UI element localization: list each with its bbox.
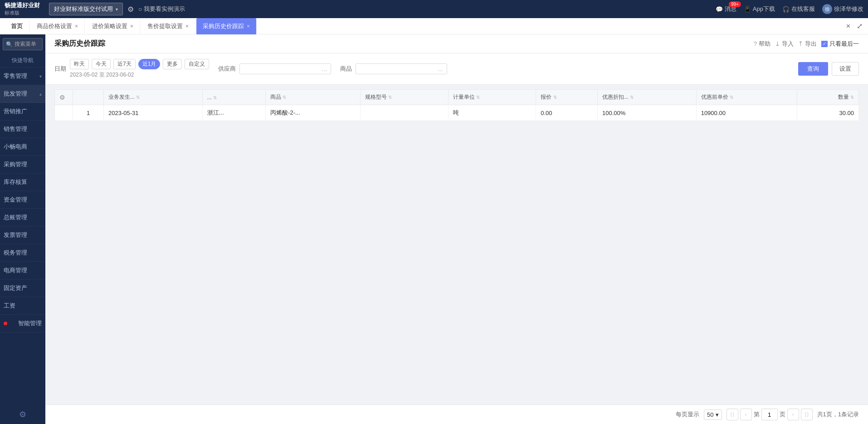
app-download-button[interactable]: 📱 App下载 (744, 5, 775, 13)
product-dots-icon[interactable]: ... (438, 65, 443, 72)
th-quote[interactable]: 报价 ⇅ (536, 90, 598, 105)
date-range-display: 2023-05-02 至 2023-06-02 (70, 71, 134, 79)
tab-sale-price[interactable]: 售价提取设置 × (141, 18, 195, 34)
topbar-settings-icon[interactable]: ⚙ (126, 3, 136, 15)
sidebar-item-wholesale[interactable]: 批发管理 ▴ (0, 85, 45, 103)
cell-more: 浙江... (202, 105, 265, 121)
online-service-button[interactable]: 🎧 在线客服 (782, 5, 815, 13)
export-button[interactable]: ⤒ 导出 (798, 40, 817, 48)
sidebar-item-ledger[interactable]: 总账管理 (0, 209, 45, 226)
import-button[interactable]: ⤓ 导入 (775, 40, 794, 48)
sidebar-item-retail[interactable]: 零售管理 ▾ (0, 67, 45, 85)
next-page-button[interactable]: › (787, 409, 799, 420)
per-page-select[interactable]: 50 ▾ (704, 410, 722, 420)
date-btn-7days[interactable]: 近7天 (113, 59, 136, 69)
th-unit[interactable]: 计量单位 ⇅ (448, 90, 536, 105)
sidebar-item-tax[interactable]: 税务管理 (0, 244, 45, 262)
sidebar-item-smart[interactable]: 智能管理 (0, 315, 45, 332)
tab-sale-price-label: 售价提取设置 (147, 22, 183, 30)
sidebar-item-marketing[interactable]: 营销推广 (0, 103, 45, 120)
supplier-filter-label: 供应商 (218, 65, 236, 73)
product-selector[interactable]: 好业财标准版交付试用 ▾ (49, 3, 123, 15)
sidebar-inventory-label: 库存核算 (4, 178, 27, 186)
messages-button[interactable]: 💬 消息 99+ (716, 5, 736, 13)
table-row[interactable]: 1 2023-05-31 浙江... 丙烯酸-2-... 吨 0.00 100.… (55, 105, 859, 121)
sidebar-item-salary[interactable]: 工资 (0, 297, 45, 315)
sidebar-settings-icon[interactable]: ⚙ (19, 410, 26, 419)
help-button[interactable]: ? 帮助 (754, 40, 770, 48)
user-menu[interactable]: 徐 徐泽华修改 (822, 4, 863, 14)
date-btn-1month[interactable]: 近1月 (138, 59, 161, 69)
sidebar-sales-label: 销售管理 (4, 125, 27, 133)
th-quantity[interactable]: 数量 ⇅ (797, 90, 859, 105)
date-btn-today[interactable]: 今天 (92, 59, 111, 69)
search-menu-input[interactable]: 🔍 搜索菜单 (3, 38, 43, 50)
sort-icon-more[interactable]: ⇅ (213, 95, 217, 100)
sort-icon-quote[interactable]: ⇅ (553, 95, 557, 100)
th-pre-discount-price-label: 优惠前单价 (701, 94, 728, 100)
sort-icon-business-date[interactable]: ⇅ (136, 95, 140, 100)
th-spec[interactable]: 规格型号 ⇅ (361, 90, 449, 105)
per-page-label: 每页显示 (676, 410, 699, 419)
cell-quote: 0.00 (536, 105, 598, 121)
sidebar-item-ecommerce-small[interactable]: 小畅电商 (0, 138, 45, 156)
sidebar-item-ecommerce[interactable]: 电商管理 (0, 262, 45, 279)
sort-icon-product[interactable]: ⇅ (283, 95, 286, 100)
only-last-checkbox[interactable] (821, 41, 828, 47)
supplier-input[interactable] (244, 66, 320, 72)
app-sub: 标准版 (5, 10, 20, 15)
date-btn-more[interactable]: 更多 (163, 59, 182, 69)
page-input[interactable] (761, 409, 778, 420)
sort-icon-discount-pct[interactable]: ⇅ (630, 95, 634, 100)
th-discount-pct-label: 优惠折扣... (602, 94, 629, 100)
sort-icon-unit[interactable]: ⇅ (476, 95, 480, 100)
sidebar-item-finance[interactable]: 资金管理 (0, 191, 45, 209)
tab-price-settings[interactable]: 商品价格设置 × (30, 18, 85, 34)
prev-page-button[interactable]: ‹ (740, 409, 752, 420)
tab-purchase-strategy[interactable]: 进价策略设置 × (86, 18, 140, 34)
product-input[interactable] (360, 66, 436, 72)
tab-history-price-label: 采购历史价跟踪 (203, 22, 244, 30)
table-gear-icon[interactable]: ⚙ (59, 94, 65, 101)
th-discount-pct[interactable]: 优惠折扣... ⇅ (597, 90, 696, 105)
sort-icon-pre-discount-price[interactable]: ⇅ (730, 95, 733, 100)
expand-window-icon[interactable]: ⤢ (855, 20, 864, 32)
th-product[interactable]: 商品 ⇅ (266, 90, 361, 105)
chevron-down-icon: ▾ (116, 7, 118, 12)
query-button[interactable]: 查询 (798, 62, 828, 76)
first-page-button[interactable]: ⟨⟨ (727, 409, 738, 420)
last-page-button[interactable]: ⟩⟩ (801, 409, 813, 420)
sort-icon-quantity[interactable]: ⇅ (850, 95, 854, 100)
tab-history-price[interactable]: 采购历史价跟踪 × (196, 18, 257, 34)
tab-purchase-strategy-close[interactable]: × (130, 23, 133, 29)
sidebar-item-fixed-assets[interactable]: 固定资产 (0, 279, 45, 297)
sidebar-item-sales[interactable]: 销售管理 (0, 120, 45, 138)
date-btn-yesterday[interactable]: 昨天 (70, 59, 89, 69)
sidebar-item-inventory[interactable]: 库存核算 (0, 173, 45, 191)
th-more[interactable]: ... ⇅ (202, 90, 265, 105)
sidebar-item-invoice[interactable]: 发票管理 (0, 226, 45, 244)
tab-history-price-close[interactable]: × (247, 23, 250, 29)
tab-home[interactable]: 首页 (5, 18, 29, 34)
sort-icon-spec[interactable]: ⇅ (388, 95, 392, 100)
th-business-date[interactable]: 业务发生... ⇅ (104, 90, 203, 105)
filter-settings-button[interactable]: 设置 (832, 62, 859, 76)
tab-sale-price-close[interactable]: × (185, 23, 189, 29)
sidebar-invoice-label: 发票管理 (4, 231, 27, 239)
page-label: 第 (754, 410, 760, 419)
sidebar-ledger-label: 总账管理 (4, 213, 27, 222)
demo-button[interactable]: ○ 我要看实例演示 (138, 5, 185, 13)
th-pre-discount-price[interactable]: 优惠前单价 ⇅ (696, 90, 797, 105)
date-btn-custom[interactable]: 自定义 (185, 59, 209, 69)
supplier-dots-icon[interactable]: ... (322, 65, 327, 72)
messages-badge: 99+ (729, 1, 741, 7)
sidebar-item-quicknav[interactable]: 快捷导航 (0, 54, 45, 67)
cell-product: 丙烯酸-2-... (266, 105, 361, 121)
chevron-down-icon: ▾ (716, 411, 719, 418)
sidebar-item-purchase[interactable]: 采购管理 (0, 156, 45, 173)
tab-price-settings-close[interactable]: × (75, 23, 78, 29)
close-window-icon[interactable]: × (844, 20, 852, 32)
date-shortcuts: 昨天 今天 近7天 近1月 更多 自定义 2023-05-02 至 2023-0… (70, 59, 209, 79)
online-service-label: 在线客服 (791, 5, 815, 13)
sidebar-smart-label: 智能管理 (18, 319, 42, 328)
